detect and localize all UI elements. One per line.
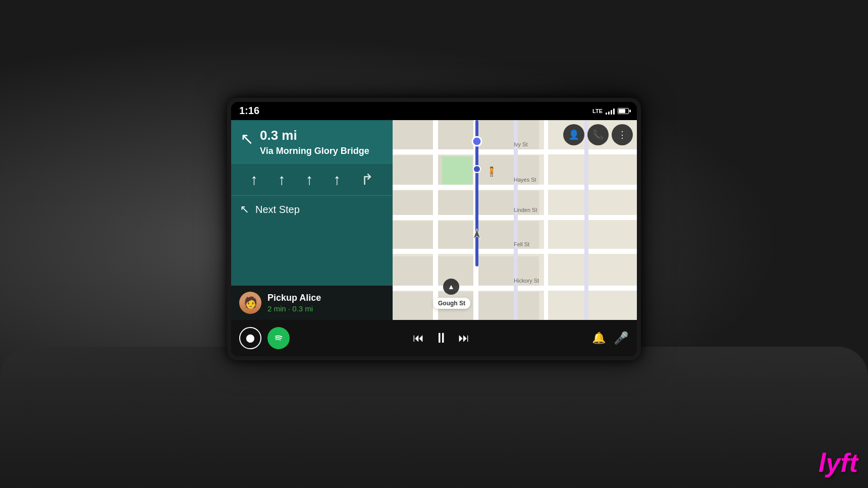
compass-arrow: ▲	[448, 283, 455, 291]
svg-rect-21	[514, 120, 518, 320]
bottom-bar: ⬤ ⏮ ⏸ ⏭ 🔔 🎤	[231, 320, 637, 356]
svg-rect-1	[393, 120, 433, 150]
svg-text:Hickory St: Hickory St	[514, 278, 539, 284]
turn-arrow-main: ↗	[240, 129, 254, 148]
home-button[interactable]: ⬤	[239, 327, 261, 349]
route-name: Via Morning Glory Bridge	[260, 145, 384, 157]
distance-info: 0.3 mi Via Morning Glory Bridge	[260, 128, 384, 157]
svg-rect-13	[442, 156, 472, 186]
svg-text:🧍: 🧍	[486, 166, 498, 177]
battery-fill	[619, 109, 625, 113]
dashboard	[0, 347, 868, 488]
home-icon: ⬤	[246, 333, 255, 343]
next-step-section: ↗ Next Step	[231, 196, 393, 223]
lte-icon: LTE	[592, 108, 603, 114]
pickup-notification[interactable]: 🧑 Pickup Alice 2 min · 0.3 mi	[231, 286, 393, 320]
status-bar: 1:16 LTE	[231, 102, 637, 120]
svg-text:Fell St: Fell St	[514, 241, 529, 247]
map-svg: Ivy St Hayes St Linden St Fell St Hickor…	[393, 120, 637, 320]
more-button[interactable]: ⋮	[612, 124, 633, 145]
map-area: Ivy St Hayes St Linden St Fell St Hickor…	[393, 120, 637, 320]
prev-button[interactable]: ⏮	[413, 332, 424, 345]
svg-rect-5	[393, 191, 433, 216]
next-step-arrow: ↗	[240, 203, 249, 216]
lane-arrow-1: ↑	[250, 171, 258, 188]
profile-button[interactable]: 👤	[563, 124, 584, 145]
bottom-right: 🔔 🎤	[592, 331, 629, 345]
media-controls: ⏮ ⏸ ⏭	[290, 330, 592, 346]
next-button[interactable]: ⏭	[458, 332, 469, 345]
pickup-info: Pickup Alice 2 min · 0.3 mi	[267, 293, 385, 313]
phone-button[interactable]: 📞	[587, 124, 609, 145]
svg-point-31	[473, 166, 480, 173]
lane-guidance: ↑ ↑ ↑ ↑ ↱	[231, 164, 393, 196]
play-pause-button[interactable]: ⏸	[434, 330, 448, 346]
pickup-sep: ·	[288, 304, 292, 313]
svg-rect-23	[584, 120, 588, 320]
lane-arrow-4: ↑	[333, 171, 341, 188]
status-icons: LTE	[592, 107, 629, 115]
svg-rect-11	[393, 292, 433, 320]
svg-point-30	[472, 137, 481, 146]
bottom-left: ⬤	[239, 327, 290, 349]
lyft-logo: lyft	[819, 448, 858, 478]
pickup-avatar-face: 🧑	[239, 292, 261, 314]
distance-section: ↗ 0.3 mi Via Morning Glory Bridge	[231, 120, 393, 164]
signal-bar-1	[606, 113, 607, 115]
gough-st-label: Gough St	[433, 298, 470, 309]
screen-content: 1:16 LTE	[231, 102, 637, 356]
pickup-name: Pickup Alice	[267, 293, 385, 303]
svg-rect-7	[393, 221, 433, 251]
spotify-icon	[272, 332, 285, 345]
distance-value: 0.3 mi	[260, 128, 384, 143]
battery-icon	[618, 108, 629, 114]
pickup-distance: 2 min · 0.3 mi	[267, 304, 385, 313]
screen-bezel: 1:16 LTE	[231, 102, 637, 356]
spotify-button[interactable]	[267, 327, 290, 349]
status-time: 1:16	[239, 105, 259, 117]
next-step-label: Next Step	[255, 204, 300, 215]
svg-rect-22	[544, 120, 548, 320]
lane-arrow-3: ↑	[305, 171, 313, 188]
svg-rect-3	[393, 155, 433, 186]
signal-bar-3	[611, 110, 612, 115]
mic-button[interactable]: 🎤	[614, 331, 629, 345]
pickup-avatar: 🧑	[239, 292, 261, 314]
signal-bars	[606, 107, 615, 115]
lane-arrow-2: ↑	[278, 171, 286, 188]
pickup-dist: 0.3 mi	[292, 304, 313, 313]
svg-rect-9	[393, 256, 433, 287]
screen-wrapper: 1:16 LTE	[227, 98, 641, 360]
svg-text:Hayes St: Hayes St	[514, 177, 536, 183]
lyft-text: lyft	[819, 448, 858, 477]
action-buttons: 👤 📞 ⋮	[563, 124, 633, 145]
signal-bar-2	[608, 112, 610, 115]
nav-compass: ▲	[443, 279, 459, 295]
svg-text:Linden St: Linden St	[514, 207, 537, 213]
svg-rect-19	[433, 120, 438, 320]
lane-arrow-turn: ↱	[361, 171, 373, 188]
svg-text:Ivy St: Ivy St	[514, 141, 528, 147]
signal-bar-4	[613, 109, 615, 115]
pickup-eta: 2 min	[267, 304, 286, 313]
notification-button[interactable]: 🔔	[592, 332, 606, 345]
